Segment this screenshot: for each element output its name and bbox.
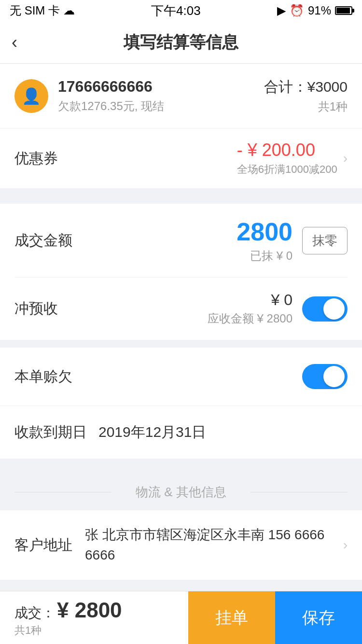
footer-deal-label: 成交： — [14, 604, 55, 622]
section-divider-2 — [0, 340, 362, 348]
avatar: 👤 — [14, 79, 48, 113]
prepay-toggle[interactable] — [302, 296, 348, 322]
prepay-sub: 应收金额 ¥ 2800 — [208, 311, 292, 326]
coupon-discount: - ¥ 200.00 — [237, 140, 337, 160]
prepay-right: ¥ 0 应收金额 ¥ 2800 — [208, 291, 348, 326]
total-count: 共1种 — [264, 99, 348, 114]
nav-bar: ‹ 填写结算等信息 — [0, 21, 362, 64]
section-divider-1 — [0, 196, 362, 204]
transaction-row: 成交金额 2800 已抹 ¥ 0 抹零 — [14, 204, 348, 278]
transaction-amount: 2800 — [237, 217, 292, 246]
toggle-thumb — [323, 298, 345, 320]
footer-amount: ¥ 2800 — [57, 598, 122, 622]
debt-toggle-thumb — [323, 366, 345, 387]
coupon-value-area: - ¥ 200.00 全场6折满1000减200 — [237, 140, 337, 177]
prepay-label: 冲预收 — [14, 299, 58, 319]
battery-text: 91% — [308, 4, 331, 17]
footer-count: 共1种 — [14, 623, 174, 638]
coupon-row[interactable]: 优惠券 - ¥ 200.00 全场6折满1000减200 › — [0, 128, 362, 188]
chevron-right-icon: › — [343, 151, 348, 166]
status-time: 下午4:03 — [151, 2, 201, 19]
user-right: 合计：¥3000 共1种 — [264, 77, 348, 114]
logistics-divider: 物流 & 其他信息 — [0, 474, 362, 510]
location-icon: ▶ — [277, 4, 286, 17]
address-row[interactable]: 客户地址 张 北京市市辖区海淀区永丰南 156 6666 6666 › — [14, 510, 348, 580]
footer-deal-row: 成交： ¥ 2800 — [14, 598, 174, 622]
transaction-right: 2800 已抹 ¥ 0 抹零 — [237, 217, 348, 264]
avatar-icon: 👤 — [22, 87, 41, 105]
due-date-section: 收款到期日 2019年12月31日 — [0, 406, 362, 459]
logistics-text: 物流 & 其他信息 — [136, 484, 226, 501]
prepay-row: 冲预收 ¥ 0 应收金额 ¥ 2800 — [14, 278, 348, 340]
debt-label: 本单赊欠 — [14, 367, 72, 387]
footer-bar: 成交： ¥ 2800 共1种 挂单 保存 — [0, 591, 362, 644]
user-left: 👤 17666666666 欠款1276.35元, 现结 — [14, 78, 164, 114]
no-sim-text: 无 SIM 卡 ☁ — [10, 3, 75, 18]
address-text: 张 北京市市辖区海淀区永丰南 156 6666 6666 — [85, 525, 335, 565]
transaction-amount-sub: 已抹 ¥ 0 — [237, 248, 292, 264]
status-bar: 无 SIM 卡 ☁ 下午4:03 ▶ ⏰ 91% — [0, 0, 362, 21]
logistics-line-right — [251, 492, 348, 492]
alarm-icon: ⏰ — [290, 4, 304, 17]
address-section: 客户地址 张 北京市市辖区海淀区永丰南 156 6666 6666 › — [0, 510, 362, 580]
debt-section: 本单赊欠 — [0, 348, 362, 406]
due-date-value: 2019年12月31日 — [98, 422, 206, 442]
debt-toggle[interactable] — [302, 364, 348, 389]
page-title: 填写结算等信息 — [124, 31, 238, 54]
transaction-label: 成交金额 — [14, 231, 72, 251]
main-content: 👤 17666666666 欠款1276.35元, 现结 合计：¥3000 共1… — [0, 64, 362, 644]
round-button[interactable]: 抹零 — [302, 227, 348, 254]
hang-button[interactable]: 挂单 — [188, 591, 275, 644]
user-debt: 欠款1276.35元, 现结 — [58, 98, 164, 114]
coupon-desc: 全场6折满1000减200 — [237, 162, 337, 177]
user-info-card: 👤 17666666666 欠款1276.35元, 现结 合计：¥3000 共1… — [0, 64, 362, 188]
total-amount: 合计：¥3000 — [264, 77, 348, 97]
back-button[interactable]: ‹ — [12, 32, 17, 53]
logistics-line-left — [14, 492, 111, 492]
footer-left: 成交： ¥ 2800 共1种 — [0, 591, 188, 644]
transaction-amount-area: 2800 已抹 ¥ 0 — [237, 217, 292, 264]
section-divider-3 — [0, 466, 362, 474]
debt-row: 本单赊欠 — [14, 348, 348, 406]
due-date-row: 收款到期日 2019年12月31日 — [14, 406, 348, 459]
transaction-section: 成交金额 2800 已抹 ¥ 0 抹零 冲预收 ¥ 0 应收金额 ¥ 2800 — [0, 204, 362, 340]
prepay-amount-area: ¥ 0 应收金额 ¥ 2800 — [208, 291, 292, 326]
save-button[interactable]: 保存 — [275, 591, 362, 644]
due-date-label: 收款到期日 — [14, 422, 87, 442]
user-phone: 17666666666 — [58, 78, 164, 96]
prepay-amount: ¥ 0 — [208, 291, 292, 309]
user-info: 17666666666 欠款1276.35元, 现结 — [58, 78, 164, 114]
status-right: ▶ ⏰ 91% — [277, 4, 352, 17]
status-left: 无 SIM 卡 ☁ — [10, 3, 75, 18]
user-card-row: 👤 17666666666 欠款1276.35元, 现结 合计：¥3000 共1… — [0, 64, 362, 128]
coupon-right: - ¥ 200.00 全场6折满1000减200 › — [237, 140, 348, 177]
address-label: 客户地址 — [14, 535, 77, 555]
coupon-label: 优惠券 — [14, 149, 58, 168]
address-chevron-icon: › — [343, 537, 348, 553]
battery-icon — [335, 6, 352, 15]
